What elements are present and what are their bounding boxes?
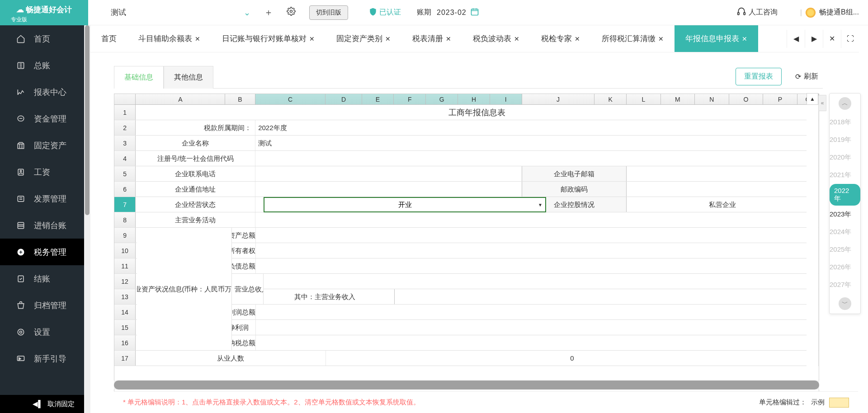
row-header-1[interactable]: 1 xyxy=(114,105,136,120)
close-icon[interactable]: ✕ xyxy=(385,35,391,42)
year-2027年[interactable]: 2027年 xyxy=(830,276,860,294)
settings-icon[interactable] xyxy=(287,7,296,18)
fin-value[interactable] xyxy=(256,320,819,335)
row-header-4[interactable]: 4 xyxy=(114,151,136,166)
employee-value[interactable]: 0 xyxy=(326,351,819,366)
tab-7[interactable]: 所得税汇算清缴✕ xyxy=(591,25,675,52)
sidebar-item-4[interactable]: 固定资产 xyxy=(0,132,88,159)
fin-value[interactable] xyxy=(256,243,819,258)
phone-value[interactable] xyxy=(255,166,522,181)
row-header-13[interactable]: 13 xyxy=(114,289,136,304)
row-header-11[interactable]: 11 xyxy=(114,258,136,273)
row-header-3[interactable]: 3 xyxy=(114,136,136,150)
fin-value[interactable] xyxy=(256,258,819,273)
sidebar-item-11[interactable]: 设置 xyxy=(0,319,88,345)
fin-value[interactable] xyxy=(256,335,819,350)
year-2026年[interactable]: 2026年 xyxy=(830,258,860,276)
row-header-14[interactable]: 14 xyxy=(114,305,136,319)
subtab-0[interactable]: 基础信息 xyxy=(114,66,164,89)
tab-5[interactable]: 税负波动表✕ xyxy=(462,25,530,52)
col-header-N[interactable]: N xyxy=(695,94,729,104)
postcode-value[interactable] xyxy=(627,182,819,197)
row-header-5[interactable]: 5 xyxy=(114,166,136,181)
row-header-15[interactable]: 15 xyxy=(114,320,136,335)
account-selector[interactable]: 测试 ⌄ xyxy=(111,7,250,18)
year-2024年[interactable]: 2024年 xyxy=(830,223,860,241)
switch-old-version-button[interactable]: 切到旧版 xyxy=(309,5,348,20)
sidebar-item-3[interactable]: 资金管理 xyxy=(0,105,88,132)
row-header-10[interactable]: 10 xyxy=(114,243,136,258)
row-header-9[interactable]: 9 xyxy=(114,228,136,243)
sidebar-item-10[interactable]: 归档管理 xyxy=(0,292,88,319)
refresh-button[interactable]: ⟳ 刷新 xyxy=(795,72,818,81)
add-button[interactable]: ＋ xyxy=(264,6,273,19)
tab-fullscreen[interactable]: ⛶ xyxy=(841,30,859,48)
holding-value[interactable]: 私营企业 xyxy=(627,197,819,212)
col-header-M[interactable]: M xyxy=(661,94,695,104)
fin-value[interactable] xyxy=(256,228,819,243)
tab-scroll-left[interactable]: ◀ xyxy=(787,30,805,48)
collapse-year-panel[interactable]: « xyxy=(818,95,826,111)
consult-link[interactable]: 人工咨询 xyxy=(737,7,778,18)
close-icon[interactable]: ✕ xyxy=(742,35,747,42)
spreadsheet[interactable]: ABCDEFGHIJKLMNOPQ 1工商年报信息表2税款所属期间：2022年度… xyxy=(114,94,819,396)
tab-1[interactable]: 斗目辅助余额表✕ xyxy=(127,25,211,52)
sub-income-value[interactable] xyxy=(395,289,819,304)
sheet-hscroll-thumb[interactable] xyxy=(114,380,819,390)
tab-close-all[interactable]: ✕ xyxy=(823,30,841,48)
company-name-value[interactable]: 测试 xyxy=(255,136,819,150)
col-header-G[interactable]: G xyxy=(426,94,458,104)
col-header-B[interactable]: B xyxy=(225,94,255,104)
close-icon[interactable]: ✕ xyxy=(658,35,664,42)
subtab-1[interactable]: 其他信息 xyxy=(164,66,213,89)
close-icon[interactable]: ✕ xyxy=(575,35,580,42)
tab-3[interactable]: 固定资产类别✕ xyxy=(326,25,401,52)
tab-6[interactable]: 税检专家✕ xyxy=(530,25,591,52)
fin-value[interactable] xyxy=(256,305,819,319)
tab-0[interactable]: 首页 xyxy=(90,25,127,52)
col-header-A[interactable]: A xyxy=(136,94,225,104)
row-header-12[interactable]: 12 xyxy=(114,274,136,289)
year-2018年[interactable]: 2018年 xyxy=(830,113,860,131)
col-header-D[interactable]: D xyxy=(326,94,362,104)
col-header-L[interactable]: L xyxy=(627,94,661,104)
sidebar-item-1[interactable]: 总账 xyxy=(0,52,88,79)
col-header-J[interactable]: J xyxy=(522,94,594,104)
user-menu[interactable]: | 畅捷通B组... xyxy=(800,8,859,18)
sidebar-item-8[interactable]: 税务管理 xyxy=(0,239,88,265)
sheet-vscroll[interactable]: ▲ xyxy=(807,93,818,378)
period-value[interactable]: 2023-02 xyxy=(437,9,467,17)
year-2022年[interactable]: 2022年 xyxy=(830,184,860,206)
sidebar-item-7[interactable]: 进销台账 xyxy=(0,212,88,239)
reg-code-value[interactable] xyxy=(255,151,819,166)
col-header-H[interactable]: H xyxy=(458,94,490,104)
col-header-P[interactable]: P xyxy=(763,94,797,104)
year-2025年[interactable]: 2025年 xyxy=(830,241,860,258)
close-icon[interactable]: ✕ xyxy=(195,35,200,42)
main-biz-value[interactable] xyxy=(255,212,819,227)
tab-2[interactable]: 日记账与银行对账单核对✕ xyxy=(211,25,326,52)
col-header-F[interactable]: F xyxy=(394,94,426,104)
fin-value[interactable] xyxy=(256,274,819,289)
tab-scroll-right[interactable]: ▶ xyxy=(805,30,823,48)
scroll-up-icon[interactable]: ▲ xyxy=(807,93,818,105)
close-icon[interactable]: ✕ xyxy=(446,35,451,42)
sidebar-item-9[interactable]: 结账 xyxy=(0,265,88,292)
year-2021年[interactable]: 2021年 xyxy=(830,166,860,184)
year-down-button[interactable]: ﹀ xyxy=(839,297,851,310)
email-value[interactable] xyxy=(627,166,819,181)
reset-report-button[interactable]: 重置报表 xyxy=(736,68,782,85)
row-header-7[interactable]: 7 xyxy=(114,197,136,212)
sidebar-item-2[interactable]: 报表中心 xyxy=(0,79,88,105)
unpin-button[interactable]: ◀▌ 取消固定 xyxy=(0,395,88,413)
row-header-6[interactable]: 6 xyxy=(114,182,136,197)
year-up-button[interactable]: ︿ xyxy=(839,97,851,110)
col-header-K[interactable]: K xyxy=(594,94,627,104)
row-header-16[interactable]: 16 xyxy=(114,335,136,350)
row-header-2[interactable]: 2 xyxy=(114,120,136,135)
close-icon[interactable]: ✕ xyxy=(514,35,519,42)
col-header-C[interactable]: C xyxy=(255,94,326,104)
address-value[interactable] xyxy=(255,182,522,197)
row-header-8[interactable]: 8 xyxy=(114,212,136,227)
status-value[interactable] xyxy=(255,197,522,212)
